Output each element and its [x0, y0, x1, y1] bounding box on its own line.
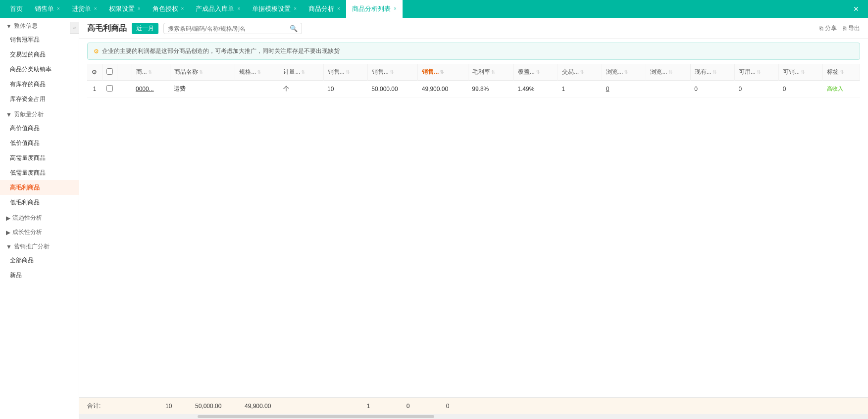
- horizontal-scrollbar[interactable]: [79, 414, 868, 419]
- name-col-header[interactable]: 商品名称⇅: [170, 64, 235, 81]
- sort-icon-views2: ⇅: [668, 69, 672, 75]
- sort-icon-coverage: ⇅: [536, 69, 540, 75]
- code-col-header[interactable]: 商...⇅: [132, 64, 170, 81]
- sidebar-group-growth-analysis[interactable]: ▶ 成长性分析: [0, 224, 79, 238]
- row-spec: [235, 81, 279, 97]
- sidebar-item-low-demand[interactable]: 低需量度商品: [0, 165, 79, 180]
- checkbox-col-header: [102, 64, 117, 81]
- close-product-analysis-list[interactable]: ×: [394, 0, 397, 18]
- row-select-checkbox[interactable]: [106, 85, 113, 92]
- share-icon: ⎗: [819, 25, 823, 32]
- row-margin-rate: 99.8%: [468, 81, 513, 97]
- coverage-col-header[interactable]: 覆盖...⇅: [513, 64, 558, 81]
- close-permission-settings[interactable]: ×: [138, 0, 141, 18]
- sort-icon-available: ⇅: [757, 69, 761, 75]
- sidebar: « ▼ 整体信息 销售冠军品 交易过的商品 商品分类助销率 有库存的商品 库存资…: [0, 18, 79, 419]
- search-input[interactable]: [168, 25, 290, 32]
- sales-amount-col-header[interactable]: 销售...⇅: [367, 64, 417, 81]
- sidebar-item-low-margin[interactable]: 低毛利商品: [0, 195, 79, 210]
- row-sales-profit: 49,900.00: [418, 81, 468, 97]
- sort-icon-views1: ⇅: [624, 69, 628, 75]
- current-stock-col-header[interactable]: 现有...⇅: [690, 64, 734, 81]
- sidebar-item-inventory-capital[interactable]: 库存资金占用: [0, 92, 79, 106]
- top-navigation: 首页 销售单 × 进货单 × 权限设置 × 角色授权 × 产成品入库单 × 单据…: [0, 0, 868, 18]
- window-close-button[interactable]: ✕: [848, 0, 864, 18]
- nav-product-analysis[interactable]: 商品分析 ×: [303, 0, 346, 18]
- nav-home[interactable]: 首页: [4, 0, 29, 18]
- sidebar-item-stocked-products[interactable]: 有库存的商品: [0, 77, 79, 92]
- settings-col-header[interactable]: ⚙: [87, 64, 102, 81]
- sidebar-group-trend-analysis[interactable]: ▶ 流趋性分析: [0, 210, 79, 224]
- content-header: 高毛利商品 近一月 🔍 ⎗ 分享 ⎘ 导出: [79, 18, 868, 39]
- sort-icon-unit: ⇅: [301, 69, 305, 75]
- nav-template-settings[interactable]: 单据模板设置 ×: [246, 0, 303, 18]
- sidebar-item-high-margin[interactable]: 高毛利商品: [0, 180, 79, 195]
- nav-product-analysis-list[interactable]: 商品分析列表 ×: [346, 0, 403, 18]
- info-icon: ⚙: [94, 48, 99, 55]
- scrollbar-thumb[interactable]: [198, 415, 434, 418]
- period-button[interactable]: 近一月: [132, 23, 158, 34]
- views2-col-header[interactable]: 浏览...⇅: [646, 64, 690, 81]
- close-role-permissions[interactable]: ×: [181, 0, 184, 18]
- close-product-analysis[interactable]: ×: [337, 0, 340, 18]
- saleable-col-header[interactable]: 可销...⇅: [779, 64, 823, 81]
- sales-profit-col-header[interactable]: 销售...⇅: [418, 64, 468, 81]
- footer-sales-amount: 50,000.00: [180, 403, 229, 410]
- row-available: 0: [734, 81, 778, 97]
- row-sales-qty: 10: [323, 81, 367, 97]
- sidebar-collapse-button[interactable]: «: [70, 22, 79, 34]
- sidebar-group-marketing-analysis[interactable]: ▼ 营销推广分析: [0, 238, 79, 253]
- chevron-down-icon-2: ▼: [6, 111, 12, 118]
- sidebar-item-traded-products[interactable]: 交易过的商品: [0, 47, 79, 62]
- row-unit: 个: [279, 81, 323, 97]
- spec-col-header[interactable]: 规格...⇅: [235, 64, 279, 81]
- share-button[interactable]: ⎗ 分享: [819, 24, 837, 33]
- close-purchase-order[interactable]: ×: [94, 0, 97, 18]
- sidebar-item-all-products[interactable]: 全部商品: [0, 253, 79, 268]
- info-banner: ⚙ 企业的主要的利润都是这部分商品创造的，可考虑加大推广，同时关注库存是不要出现…: [87, 43, 860, 60]
- close-sales-order[interactable]: ×: [57, 0, 60, 18]
- chevron-down-icon: ▼: [6, 23, 12, 30]
- row-code[interactable]: 0000...: [132, 81, 170, 97]
- sidebar-item-new-products[interactable]: 新品: [0, 268, 79, 282]
- close-template-settings[interactable]: ×: [294, 0, 297, 18]
- margin-rate-col-header[interactable]: 毛利率⇅: [468, 64, 513, 81]
- footer-sales-profit: 49,900.00: [229, 403, 279, 410]
- close-product-warehousing[interactable]: ×: [237, 0, 240, 18]
- footer-available: 0: [417, 403, 457, 410]
- search-icon[interactable]: 🔍: [290, 25, 298, 32]
- tag-col-header[interactable]: 标签⇅: [823, 64, 860, 81]
- sidebar-group-overall[interactable]: ▼ 整体信息: [0, 18, 79, 32]
- footer-label: 合计:: [87, 402, 101, 410]
- available-col-header[interactable]: 可用...⇅: [734, 64, 778, 81]
- sidebar-item-high-demand[interactable]: 高需量度商品: [0, 150, 79, 165]
- content-area: 高毛利商品 近一月 🔍 ⎗ 分享 ⎘ 导出 ⚙ 企业的主要的利润都是这部分商品创…: [79, 18, 868, 419]
- sort-icon-spec: ⇅: [257, 69, 261, 75]
- views1-col-header[interactable]: 浏览...⇅: [602, 64, 646, 81]
- product-table: ⚙ 商...⇅ 商品名称⇅ 规格...⇅: [87, 64, 860, 97]
- unit-col-header[interactable]: 计量...⇅: [279, 64, 323, 81]
- transactions-col-header[interactable]: 交易...⇅: [558, 64, 602, 81]
- nav-product-warehousing[interactable]: 产成品入库单 ×: [190, 0, 246, 18]
- row-tag: 高收入: [823, 81, 860, 97]
- sidebar-item-high-value[interactable]: 高价值商品: [0, 121, 79, 136]
- nav-sales-order[interactable]: 销售单 ×: [29, 0, 66, 18]
- sidebar-item-product-analysis-rate[interactable]: 商品分类助销率: [0, 62, 79, 77]
- sort-icon-transactions: ⇅: [580, 69, 584, 75]
- nav-role-permissions[interactable]: 角色授权 ×: [147, 0, 190, 18]
- row-views1[interactable]: 0: [602, 81, 646, 97]
- sales-qty-col-header[interactable]: 销售...⇅: [323, 64, 367, 81]
- sidebar-group-wealth-analysis[interactable]: ▼ 贡献量分析: [0, 106, 79, 121]
- sidebar-item-low-value[interactable]: 低价值商品: [0, 136, 79, 150]
- row-views2: [646, 81, 690, 97]
- export-button[interactable]: ⎘ 导出: [843, 24, 860, 33]
- sort-icon-stock: ⇅: [713, 69, 716, 75]
- nav-purchase-order[interactable]: 进货单 ×: [66, 0, 103, 18]
- sidebar-item-sales-ranking[interactable]: 销售冠军品: [0, 32, 79, 47]
- nav-permission-settings[interactable]: 权限设置 ×: [103, 0, 147, 18]
- row-index: [117, 81, 132, 97]
- select-all-checkbox[interactable]: [106, 68, 113, 75]
- sort-icon-tag: ⇅: [840, 69, 844, 75]
- search-box: 🔍: [163, 23, 302, 34]
- chevron-right-icon-2: ▶: [6, 229, 10, 236]
